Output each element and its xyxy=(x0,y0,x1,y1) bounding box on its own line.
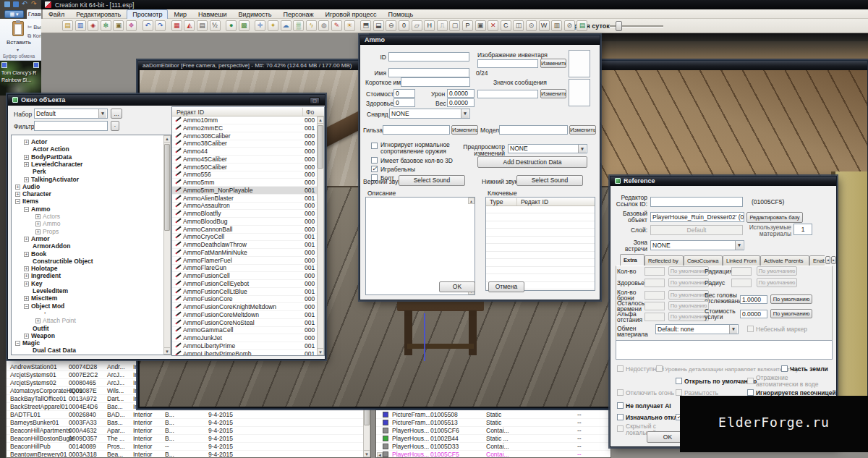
cell-row-BeantownBrewery01[interactable]: BeantownBrewery010003A318Bea...InteriorB… xyxy=(7,451,370,458)
keywords-column-type[interactable]: Type xyxy=(490,199,503,205)
object-window-restore-button[interactable]: ▢ xyxy=(310,97,320,104)
portal-icon[interactable]: ▱ xyxy=(412,20,422,31)
ammo-list-scroll-up-icon[interactable]: ▲ xyxy=(317,116,324,124)
tree-item-actor[interactable]: +Actor xyxy=(24,138,47,145)
inventory-image-change-button[interactable]: Изменить xyxy=(540,59,566,68)
ref-row-01005508[interactable]: PictureFram...01005508Static-- xyxy=(376,411,610,419)
hall-cube2-icon[interactable]: ⬓ xyxy=(373,20,384,31)
tree-item-magic[interactable]: −Magic xyxy=(15,339,40,347)
ammo-row-AmmoFusionCore[interactable]: AmmoFusionCore000 xyxy=(172,295,318,303)
dialogue-icon[interactable]: ◍ xyxy=(318,20,329,31)
cube-window-icon[interactable]: ◫ xyxy=(513,20,524,31)
ammo-row-AmmoFusionCoreMeltdown[interactable]: AmmoFusionCoreMeltdown001 xyxy=(172,311,318,319)
tree-item-key[interactable]: +Key xyxy=(24,280,43,287)
ammo-row-AmmoCryoCell[interactable]: AmmoCryoCell001 xyxy=(172,233,318,241)
health-default-button[interactable]: По умолчанию xyxy=(668,278,709,287)
tree-expand-icon[interactable]: + xyxy=(24,266,29,271)
initially-disabled-checkbox[interactable] xyxy=(617,414,624,420)
ref-row-01005CF5[interactable]: PlayerHous...01005CF5Contai...-- xyxy=(376,451,610,458)
furniture-icon[interactable]: ▥ xyxy=(551,20,562,31)
tree-expand-icon[interactable]: + xyxy=(24,177,29,182)
desktop-shortcut[interactable]: Tom Clancy's R Rainbow Si... xyxy=(0,61,41,96)
tree-item-leveledcharacter[interactable]: +LeveledCharacter xyxy=(24,161,82,168)
palette-icon[interactable]: ❖ xyxy=(126,20,137,31)
set-select[interactable]: Default▾ xyxy=(34,109,108,119)
tree-item-audio[interactable]: +Audio xyxy=(15,183,40,190)
ammo-row-Ammo5mm_NonPlayable[interactable]: Ammo5mm_NonPlayable001 xyxy=(172,187,318,195)
ammo-row-Ammo308Caliber[interactable]: Ammo308Caliber000 xyxy=(172,132,318,140)
reference-tab-extra[interactable]: Extra xyxy=(620,254,644,266)
sphere-minus-icon[interactable]: ⊖ xyxy=(386,20,396,31)
head-weight-default-button[interactable]: По умолчанию xyxy=(770,294,812,304)
tree-expand-icon[interactable]: + xyxy=(24,281,29,287)
cell-row-BarneysBunker01[interactable]: BarneysBunker010003FA33Bas...InteriorB..… xyxy=(7,419,370,427)
tree-item-weapon[interactable]: +Weapon xyxy=(24,332,55,339)
ignore-resistance-checkbox[interactable] xyxy=(371,143,378,149)
reflect-water-checkbox[interactable] xyxy=(747,378,754,384)
quick-access-icon-1[interactable] xyxy=(4,1,10,7)
ammo-row-AmmoBloodBug[interactable]: AmmoBloodBug000 xyxy=(172,218,318,226)
description-textarea[interactable]: ▲ ▼ xyxy=(365,197,475,295)
ammo-row-AmmoAssaultron[interactable]: AmmoAssaultron000 xyxy=(172,202,318,210)
tree-item-armor[interactable]: +Armor xyxy=(24,235,50,242)
tree-expand-icon[interactable]: + xyxy=(35,221,41,226)
tree-expand-icon[interactable]: − xyxy=(24,304,29,309)
ammo-row-AmmoAlienBlaster[interactable]: AmmoAlienBlaster001 xyxy=(172,195,318,203)
door-teleport-icon[interactable]: ⎍ xyxy=(437,20,448,31)
short-name-input[interactable] xyxy=(401,77,470,87)
tree-item-items[interactable]: −Items xyxy=(15,198,38,205)
tree-expand-icon[interactable]: + xyxy=(24,237,29,242)
room-box-icon[interactable]: ▢ xyxy=(449,20,460,31)
count-default-button[interactable]: По умолчанию xyxy=(668,266,709,276)
tree-expand-icon[interactable]: + xyxy=(24,155,29,160)
ammo-row-AmmoBloatfly[interactable]: AmmoBloatfly000 xyxy=(172,210,318,218)
ammo-row-AmmoFusionCoreKnightMeltdown[interactable]: AmmoFusionCoreKnightMeltdown000 xyxy=(172,303,318,311)
tree-item-object-mod[interactable]: −Object Mod xyxy=(24,302,64,310)
reference-tab-activate-parents[interactable]: Activate Parents xyxy=(760,255,809,266)
projectile-select[interactable]: NONE▾ xyxy=(389,109,470,119)
unavailable-checkbox[interactable] xyxy=(617,365,624,372)
light-icon[interactable]: ✦ xyxy=(268,20,278,31)
reference-list-box[interactable] xyxy=(616,340,833,360)
add-destruction-button[interactable]: Add Destruction Data xyxy=(477,156,587,168)
head-weight-input[interactable]: 1.0000 xyxy=(740,295,767,304)
ammo-row-Ammo38Caliber[interactable]: Ammo38Caliber000 xyxy=(172,140,318,148)
undo-small-icon[interactable]: ↶ xyxy=(22,0,29,7)
tree-scroll-down-icon[interactable]: ▼ xyxy=(163,347,171,355)
water-w-icon[interactable]: W xyxy=(539,20,550,31)
ammo-row-AmmoFusionCellEyebot[interactable]: AmmoFusionCellEyebot000 xyxy=(172,280,318,288)
reference-tab-linked-from[interactable]: Linked From xyxy=(723,255,760,266)
marker-h-icon[interactable]: H xyxy=(424,20,435,31)
ammo-list-scroll-down-icon[interactable]: ▼ xyxy=(317,348,324,355)
no-ai-checkbox[interactable] xyxy=(617,402,624,409)
multibound-icon[interactable]: ▣ xyxy=(475,20,486,31)
tabs-scroll-right-button[interactable]: ▸ xyxy=(831,256,836,264)
lod-checkbox[interactable] xyxy=(656,365,663,372)
editor-id-input[interactable] xyxy=(650,197,743,207)
x-marker-icon[interactable]: ✕ xyxy=(488,20,498,31)
tree-item-props[interactable]: +Props xyxy=(35,228,59,235)
open-default-checkbox[interactable] xyxy=(676,378,682,384)
redo-icon[interactable]: ↷ xyxy=(155,20,166,31)
marker-p-icon[interactable]: P xyxy=(462,20,473,31)
cancel-button[interactable]: Отмена xyxy=(488,281,524,292)
ammo-row-Ammo44[interactable]: Ammo44000 xyxy=(172,148,318,156)
ref-row-01005D33[interactable]: PlayerHous...01005D33Contai...-- xyxy=(376,443,610,451)
ammo-row-Ammo556[interactable]: Ammo556000 xyxy=(172,171,318,179)
damage-input[interactable]: 0.0000 xyxy=(447,89,475,98)
tree-item-enchantment[interactable]: Enchantment xyxy=(24,355,72,355)
reference-dialog-title-bar[interactable]: Reference xyxy=(610,177,836,186)
health-input[interactable]: 0 xyxy=(393,98,415,107)
copy-button[interactable]: ⧉ Копи xyxy=(27,33,41,39)
snap-angle-icon[interactable]: ◭ xyxy=(184,20,195,31)
ammo-row-Ammo5mm[interactable]: Ammo5mm000 xyxy=(172,179,318,187)
object-window-title-bar[interactable]: Окно объекта xyxy=(8,95,325,106)
tabs-scroll-left-button[interactable]: ◂ xyxy=(825,256,830,264)
render-settings-icon[interactable]: ▣ xyxy=(113,20,124,31)
casing-input[interactable] xyxy=(383,125,450,135)
tree-expand-icon[interactable]: + xyxy=(35,214,41,219)
name-input[interactable] xyxy=(388,68,469,77)
preview-select[interactable]: NONE▾ xyxy=(508,144,587,153)
tree-item-outfit[interactable]: Outfit xyxy=(24,325,49,332)
id-input[interactable] xyxy=(388,52,469,62)
